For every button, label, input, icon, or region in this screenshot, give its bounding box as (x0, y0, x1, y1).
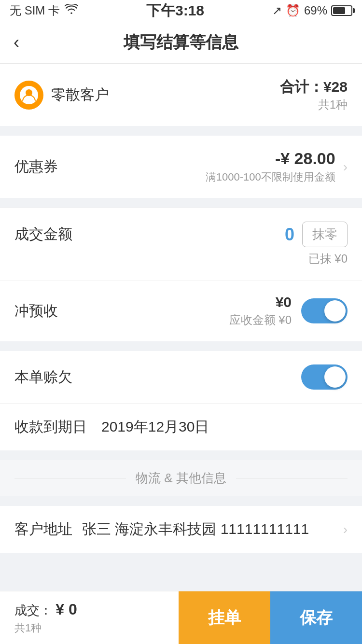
save-button-label: 保存 (300, 607, 333, 629)
logistics-separator: 物流 & 其他信息 (0, 460, 362, 496)
bottom-info: 成交： ¥ 0 共1种 (0, 601, 179, 635)
gap-4 (0, 450, 362, 460)
precollect-main-value: ¥0 (229, 294, 292, 310)
deal-amount-label: 成交金额 (14, 224, 72, 244)
debt-row: 本单赊欠 (0, 351, 362, 403)
gap-2 (0, 198, 362, 208)
battery-icon (331, 5, 352, 16)
toggle-thumb (324, 300, 346, 322)
customer-left: 零散客户 (14, 81, 109, 110)
logistics-label: 物流 & 其他信息 (136, 470, 226, 487)
bottom-deal-amount: ¥ 0 (56, 601, 77, 618)
sep-line-left (14, 478, 126, 478)
coupon-chevron: › (343, 159, 348, 175)
location-icon: ↗ (272, 4, 282, 17)
address-label: 客户地址 (14, 519, 72, 539)
status-left: 无 SIM 卡 (10, 3, 78, 18)
precollect-right: ¥0 应收金额 ¥0 (229, 294, 348, 328)
already-rounded: 已抹 ¥0 (14, 251, 348, 266)
address-row[interactable]: 客户地址 张三 海淀永丰科技园 11111111111 › (0, 506, 362, 553)
status-time: 下午3:18 (146, 1, 204, 21)
coupon-desc: 满1000-100不限制使用金额 (206, 170, 335, 184)
debt-toggle-thumb (324, 366, 346, 388)
sep-line-right (236, 478, 348, 478)
duedate-label: 收款到期日 (14, 417, 87, 437)
coupon-amount: -¥ 28.00 (206, 149, 335, 168)
no-sim-text: 无 SIM 卡 (10, 3, 60, 18)
alarm-icon: ⏰ (286, 4, 300, 17)
total-count: 共1种 (280, 97, 348, 112)
save-button[interactable]: 保存 (270, 591, 362, 644)
address-chevron: › (343, 522, 348, 537)
status-bar: 无 SIM 卡 下午3:18 ↗ ⏰ 69% (0, 0, 362, 21)
precollect-row: 冲预收 ¥0 应收金额 ¥0 (0, 280, 362, 341)
coupon-value-block: -¥ 28.00 满1000-100不限制使用金额 (206, 149, 335, 184)
precollect-sub-value: 应收金额 ¥0 (229, 312, 292, 328)
precollect-toggle[interactable] (301, 298, 348, 323)
amount-top: 成交金额 抹零 (14, 222, 348, 247)
bottom-deal-label: 成交： ¥ 0 (14, 601, 164, 619)
bottom-bar: 成交： ¥ 0 共1种 挂单 保存 (0, 591, 362, 644)
debt-toggle[interactable] (301, 364, 348, 390)
deal-label-text: 成交： (14, 603, 52, 617)
wifi-icon (65, 4, 78, 17)
battery-percent: 69% (304, 4, 327, 17)
deal-amount-input[interactable] (256, 224, 294, 245)
coupon-section: 优惠券 -¥ 28.00 满1000-100不限制使用金额 › (0, 136, 362, 198)
round-zero-button[interactable]: 抹零 (302, 222, 348, 247)
back-button[interactable]: ‹ (14, 32, 19, 53)
pending-button[interactable]: 挂单 (179, 591, 270, 644)
coupon-right: -¥ 28.00 满1000-100不限制使用金额 › (206, 149, 348, 184)
gap-3 (0, 341, 362, 351)
address-left: 客户地址 张三 海淀永丰科技园 11111111111 (14, 519, 309, 539)
customer-right: 合计：¥28 共1种 (280, 77, 348, 112)
gap-5 (0, 496, 362, 506)
customer-section: 零散客户 合计：¥28 共1种 (0, 64, 362, 126)
address-section: 客户地址 张三 海淀永丰科技园 11111111111 › (0, 506, 362, 553)
address-value: 张三 海淀永丰科技园 11111111111 (82, 519, 309, 539)
debt-label: 本单赊欠 (14, 367, 72, 387)
pending-button-label: 挂单 (208, 607, 241, 629)
deal-amount-section: 成交金额 抹零 已抹 ¥0 冲预收 ¥0 应收金额 ¥0 (0, 208, 362, 341)
duedate-row: 收款到期日 2019年12月30日 (0, 403, 362, 450)
status-right: ↗ ⏰ 69% (272, 4, 352, 17)
gap-1 (0, 126, 362, 136)
debt-section: 本单赊欠 收款到期日 2019年12月30日 (0, 351, 362, 450)
precollect-label: 冲预收 (14, 301, 58, 321)
customer-avatar (14, 81, 43, 110)
coupon-label: 优惠券 (14, 157, 58, 177)
duedate-value: 2019年12月30日 (101, 417, 209, 437)
customer-name: 零散客户 (51, 85, 109, 105)
content-area: 零散客户 合计：¥28 共1种 优惠券 -¥ 28.00 满1000-100不限… (0, 64, 362, 611)
total-amount: 合计：¥28 (280, 77, 348, 97)
nav-bar: ‹ 填写结算等信息 (0, 21, 362, 64)
deal-amount-row: 成交金额 抹零 已抹 ¥0 (0, 208, 362, 280)
bottom-count: 共1种 (14, 621, 164, 635)
coupon-row[interactable]: 优惠券 -¥ 28.00 满1000-100不限制使用金额 › (0, 136, 362, 198)
amount-input-area: 抹零 (256, 222, 348, 247)
customer-row: 零散客户 合计：¥28 共1种 (0, 64, 362, 126)
avatar-icon (20, 86, 38, 104)
precollect-values: ¥0 应收金额 ¥0 (229, 294, 292, 328)
page-title: 填写结算等信息 (124, 31, 238, 54)
battery-fill (333, 7, 345, 14)
